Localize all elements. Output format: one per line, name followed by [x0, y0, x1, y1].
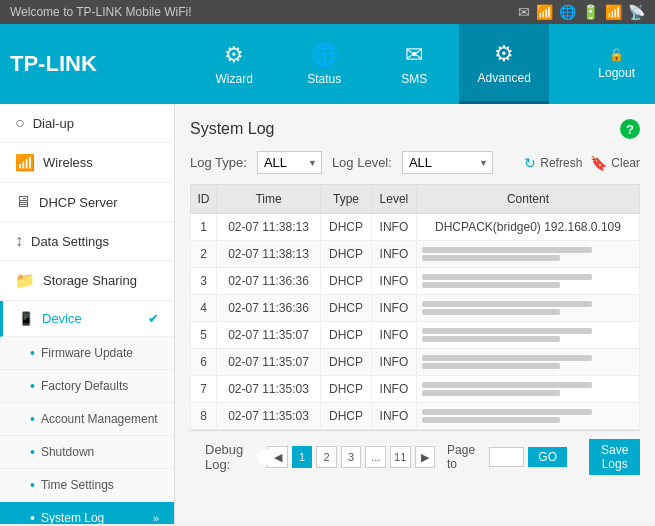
- cell-content: DHCPACK(bridge0) 192.168.0.109: [416, 214, 639, 241]
- sidebar-item-firmware-label: Firmware Update: [41, 346, 133, 360]
- cell-content: [416, 349, 639, 376]
- sidebar-item-dhcp[interactable]: 🖥 DHCP Server: [0, 183, 174, 222]
- next-page-button[interactable]: ▶: [415, 446, 436, 468]
- wizard-icon: ⚙: [224, 42, 244, 68]
- cell-id: 5: [191, 322, 217, 349]
- sidebar-item-factory[interactable]: Factory Defaults: [0, 370, 174, 403]
- cell-time: 02-07 11:35:03: [217, 403, 321, 430]
- cell-id: 7: [191, 376, 217, 403]
- nav-sms[interactable]: ✉ SMS: [369, 24, 459, 104]
- page-3-button[interactable]: 3: [341, 446, 362, 468]
- sidebar-item-time-label: Time Settings: [41, 478, 114, 492]
- clear-button[interactable]: 🔖 Clear: [590, 155, 640, 171]
- bottom-bar: Debug Log: ◀ 1 2 3 ... 11 ▶ Page to GO S…: [190, 430, 640, 483]
- refresh-button[interactable]: ↻ Refresh: [524, 155, 582, 171]
- col-content: Content: [416, 185, 639, 214]
- sidebar-sub-menu: Firmware Update Factory Defaults Account…: [0, 337, 174, 524]
- page-1-button[interactable]: 1: [292, 446, 313, 468]
- advanced-icon: ⚙: [494, 41, 514, 67]
- col-time: Time: [217, 185, 321, 214]
- table-row: 202-07 11:38:13DHCPINFO: [191, 241, 640, 268]
- save-logs-label: Save Logs: [601, 443, 628, 471]
- logout-label: Logout: [598, 66, 635, 80]
- cell-type: DHCP: [320, 214, 371, 241]
- sms-icon: ✉: [405, 42, 423, 68]
- page-title-row: System Log ?: [190, 119, 640, 139]
- cell-type: DHCP: [320, 268, 371, 295]
- cell-time: 02-07 11:36:36: [217, 268, 321, 295]
- nav-sms-label: SMS: [401, 72, 427, 86]
- cell-type: DHCP: [320, 241, 371, 268]
- cell-content: [416, 403, 639, 430]
- log-level-select[interactable]: ALL INFO WARNING ERROR: [402, 151, 493, 174]
- dial-up-icon: ○: [15, 114, 25, 132]
- cell-content: [416, 322, 639, 349]
- refresh-label: Refresh: [540, 156, 582, 170]
- cell-time: 02-07 11:35:07: [217, 322, 321, 349]
- table-row: 602-07 11:35:07DHCPINFO: [191, 349, 640, 376]
- sidebar-item-dhcp-label: DHCP Server: [39, 195, 118, 210]
- sidebar-item-data-settings[interactable]: ↕ Data Settings: [0, 222, 174, 261]
- envelope-icon: ✉: [518, 4, 530, 20]
- logout-button[interactable]: 🔓 Logout: [588, 48, 645, 80]
- sidebar-item-dial-up-label: Dial-up: [33, 116, 74, 131]
- top-bar-title: Welcome to TP-LINK Mobile WiFi!: [10, 5, 192, 19]
- log-type-select[interactable]: ALL DHCP PPP: [257, 151, 322, 174]
- sidebar-item-storage[interactable]: 📁 Storage Sharing: [0, 261, 174, 301]
- cell-id: 8: [191, 403, 217, 430]
- sidebar-item-wireless-label: Wireless: [43, 155, 93, 170]
- cell-level: INFO: [371, 376, 416, 403]
- content-area: System Log ? Log Type: ALL DHCP PPP Log …: [175, 104, 655, 524]
- sidebar-item-storage-label: Storage Sharing: [43, 273, 137, 288]
- cell-id: 4: [191, 295, 217, 322]
- cell-time: 02-07 11:38:13: [217, 241, 321, 268]
- go-button[interactable]: GO: [528, 447, 567, 467]
- cell-time: 02-07 11:35:03: [217, 376, 321, 403]
- nav-advanced-label: Advanced: [477, 71, 530, 85]
- cell-type: DHCP: [320, 403, 371, 430]
- page-11-button[interactable]: 11: [390, 446, 411, 468]
- top-bar: Welcome to TP-LINK Mobile WiFi! ✉ 📶 🌐 🔋 …: [0, 0, 655, 24]
- log-table: ID Time Type Level Content 102-07 11:38:…: [190, 184, 640, 430]
- signal-icon: 📶: [536, 4, 553, 20]
- sidebar-item-account[interactable]: Account Management: [0, 403, 174, 436]
- nav-wizard[interactable]: ⚙ Wizard: [189, 24, 279, 104]
- col-level: Level: [371, 185, 416, 214]
- nav-status[interactable]: 🌐 Status: [279, 24, 369, 104]
- table-row: 402-07 11:36:36DHCPINFO: [191, 295, 640, 322]
- page-2-button[interactable]: 2: [316, 446, 337, 468]
- refresh-icon: ↻: [524, 155, 536, 171]
- top-bar-icons: ✉ 📶 🌐 🔋 📶 📡: [518, 4, 645, 20]
- col-type: Type: [320, 185, 371, 214]
- page-to-input[interactable]: [489, 447, 524, 467]
- sidebar-item-device-label: Device: [42, 311, 82, 326]
- sidebar-item-system-log[interactable]: System Log »: [0, 502, 174, 524]
- nav-advanced[interactable]: ⚙ Advanced: [459, 24, 549, 104]
- table-row: 102-07 11:38:13DHCPINFODHCPACK(bridge0) …: [191, 214, 640, 241]
- sim-icon: 📶: [605, 4, 622, 20]
- sidebar-item-dial-up[interactable]: ○ Dial-up: [0, 104, 174, 143]
- log-level-label: Log Level:: [332, 155, 392, 170]
- cell-id: 2: [191, 241, 217, 268]
- device-icon: 📱: [18, 311, 34, 326]
- cell-id: 1: [191, 214, 217, 241]
- status-icon: 🌐: [311, 42, 338, 68]
- help-icon[interactable]: ?: [620, 119, 640, 139]
- sidebar-item-device[interactable]: 📱 Device ✔: [0, 301, 174, 337]
- log-type-select-wrapper[interactable]: ALL DHCP PPP: [257, 151, 322, 174]
- cell-time: 02-07 11:38:13: [217, 214, 321, 241]
- storage-icon: 📁: [15, 271, 35, 290]
- log-level-select-wrapper[interactable]: ALL INFO WARNING ERROR: [402, 151, 493, 174]
- cell-level: INFO: [371, 322, 416, 349]
- cell-content: [416, 295, 639, 322]
- sidebar-item-firmware[interactable]: Firmware Update: [0, 337, 174, 370]
- sidebar: ○ Dial-up 📶 Wireless 🖥 DHCP Server ↕ Dat…: [0, 104, 175, 524]
- cell-content: [416, 376, 639, 403]
- nav-items: ⚙ Wizard 🌐 Status ✉ SMS ⚙ Advanced: [150, 24, 588, 104]
- sidebar-item-time[interactable]: Time Settings: [0, 469, 174, 502]
- sidebar-item-shutdown[interactable]: Shutdown: [0, 436, 174, 469]
- sidebar-item-wireless[interactable]: 📶 Wireless: [0, 143, 174, 183]
- cell-level: INFO: [371, 241, 416, 268]
- save-logs-button[interactable]: Save Logs: [589, 439, 640, 475]
- cell-content: [416, 268, 639, 295]
